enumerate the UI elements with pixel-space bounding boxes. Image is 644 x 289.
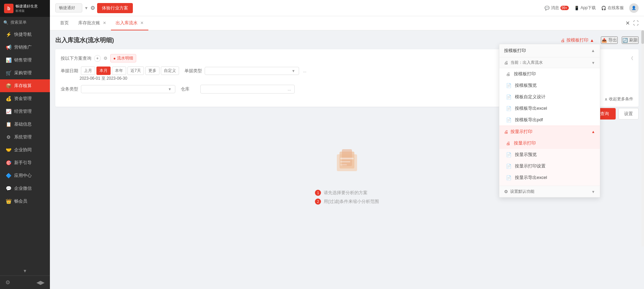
svg-rect-5 xyxy=(340,164,347,165)
filter-add-button[interactable]: + xyxy=(94,55,101,62)
header-username[interactable]: 畅捷通好 xyxy=(55,3,82,12)
chevron-up-icon: ▲ xyxy=(590,38,594,43)
dropdown-item-template-preview[interactable]: 按模板预览 xyxy=(499,80,600,91)
sidebar-item-label: 采购管理 xyxy=(14,70,32,76)
sidebar-item-purchase[interactable]: 🛒 采购管理 xyxy=(0,67,50,79)
sidebar-item-marketing[interactable]: 📢 营销推广 xyxy=(0,41,50,54)
tab-batch-account[interactable]: 库存批次账 ✕ xyxy=(74,16,111,30)
step-1-num: 1 xyxy=(315,190,321,196)
sidebar-item-finance[interactable]: 💰 资金管理 xyxy=(0,92,50,105)
sidebar-item-basic[interactable]: 📋 基础信息 xyxy=(0,118,50,131)
dropdown-item-display-preview[interactable]: 按显示预览 xyxy=(499,149,600,160)
sidebar-item-quick-nav[interactable]: ⚡ 快捷导航 xyxy=(0,28,50,41)
set-button[interactable]: 设置 xyxy=(618,108,639,120)
sidebar-item-member[interactable]: 👑 畅会员 xyxy=(0,195,50,208)
template-design-icon xyxy=(506,94,511,100)
biz-type-select[interactable]: ▼ xyxy=(81,85,175,93)
dropdown-item-template-export-pdf[interactable]: 按模板导出pdf xyxy=(499,114,600,126)
display-preview-label: 按显示预览 xyxy=(515,152,537,158)
header-dropdown-icon[interactable]: ▼ xyxy=(84,6,88,10)
tab-batch-close-icon[interactable]: ✕ xyxy=(103,21,106,25)
dropdown-item-template-print[interactable]: 按模板打印 xyxy=(499,68,600,80)
voucher-type-label: 单据类型 xyxy=(184,68,202,74)
warehouse-more[interactable]: ... xyxy=(288,87,291,91)
date-btn-more[interactable]: 更多 xyxy=(145,67,159,75)
tab-flow-close-icon[interactable]: ✕ xyxy=(140,21,144,25)
empty-illustration xyxy=(330,144,364,184)
header-settings-icon[interactable]: ⚙ xyxy=(90,5,95,11)
dropdown-item-display-export-pdf[interactable]: 按显示导出pdf xyxy=(499,183,600,186)
tab-batch-account-label: 库存批次账 xyxy=(78,20,100,26)
template-print-icon xyxy=(506,71,510,77)
app-download-item[interactable]: 📱 App下载 xyxy=(574,5,596,11)
header-user-area: 畅捷通好 ▼ ⚙ 体验行业方案 xyxy=(55,3,541,13)
sidebar-item-label: 系统管理 xyxy=(14,134,32,140)
dropdown-item-display-export-excel[interactable]: 按显示导出excel xyxy=(499,172,600,183)
voucher-type-select[interactable]: ▼ xyxy=(205,67,299,75)
online-service-item[interactable]: 🎧 在线客服 xyxy=(601,5,624,11)
dropdown-scroll-area: 🖨 当前：出入库流水 ▼ 按模板打印 按模板预览 模板自定义设计 按模板导出ex… xyxy=(499,57,600,186)
date-btn-7days[interactable]: 近7天 xyxy=(127,67,144,75)
wechat-icon: 💬 xyxy=(5,185,11,191)
sidebar-item-app-center[interactable]: 🔷 应用中心 xyxy=(0,169,50,182)
export-button[interactable]: 📤 导出 xyxy=(601,36,618,44)
sidebar-item-newbie[interactable]: 🎯 新手引导 xyxy=(0,156,50,169)
print-template-button[interactable]: 🖨 按模板打印 ▲ xyxy=(558,36,597,45)
voucher-type-more[interactable]: ... xyxy=(303,69,306,73)
sidebar-item-label: 基础信息 xyxy=(14,121,32,127)
date-btn-this-year[interactable]: 本年 xyxy=(112,67,126,75)
filter-settings-icon[interactable]: ⚙ xyxy=(104,56,108,61)
dropdown-item-template-design[interactable]: 模板自定义设计 xyxy=(499,91,600,103)
sidebar-item-enterprise[interactable]: 🤝 企业协同 xyxy=(0,143,50,156)
dropdown-header-arrow-icon[interactable]: ▲ xyxy=(591,48,595,53)
sidebar-item-label: 新手引导 xyxy=(14,160,32,166)
date-btn-custom[interactable]: 自定义 xyxy=(161,67,179,75)
date-btn-this-month[interactable]: 本月 xyxy=(96,67,111,75)
collapse-icon[interactable]: ◀▶ xyxy=(36,279,45,286)
date-btn-last-month[interactable]: 上月 xyxy=(81,67,95,75)
app-subtitle: 标准版 xyxy=(16,9,38,13)
marketing-icon: 📢 xyxy=(5,44,11,50)
scrollbar-thumb[interactable] xyxy=(641,30,644,44)
sidebar-item-label: 应用中心 xyxy=(14,173,32,179)
sidebar-scroll-down[interactable]: ▼ xyxy=(0,266,50,275)
chevron-up-icon: ∧ xyxy=(605,97,608,102)
trial-button[interactable]: 体验行业方案 xyxy=(97,3,133,13)
headset-icon: 🎧 xyxy=(601,6,606,10)
sidebar-item-system[interactable]: ⚙ 系统管理 xyxy=(0,131,50,143)
date-label: 单据日期 xyxy=(61,68,78,74)
filter-active-tag[interactable]: ● 流水明细 xyxy=(110,54,136,62)
dropdown-header: 按模板打印 ▲ xyxy=(499,44,600,57)
export-icon: 📤 xyxy=(602,38,607,43)
warehouse-label: 仓库 xyxy=(181,86,198,92)
dropdown-item-template-export-excel[interactable]: 按模板导出excel xyxy=(499,103,600,114)
sidebar-item-sales[interactable]: 📊 销售管理 xyxy=(0,54,50,67)
sidebar-search[interactable]: 🔍 搜索菜单 xyxy=(0,17,50,28)
template-design-label: 模板自定义设计 xyxy=(515,94,546,100)
sidebar-item-operation[interactable]: 📈 经营管理 xyxy=(0,105,50,118)
tab-home[interactable]: 首页 xyxy=(55,16,74,30)
avatar[interactable]: 👤 xyxy=(629,3,639,13)
tab-fullscreen-icon[interactable]: ⛶ xyxy=(633,20,639,26)
sidebar-item-inventory[interactable]: 📦 库存核算 xyxy=(0,79,50,92)
dropdown-item-display-print[interactable]: 按显示打印 xyxy=(499,137,600,149)
collapse-button[interactable]: ∧ 收起更多条件 xyxy=(605,96,633,102)
filter-collapse-icon[interactable]: 《 xyxy=(629,55,633,61)
filter-label: 按以下方案查询 xyxy=(61,55,91,61)
search-label: 搜索菜单 xyxy=(10,20,27,25)
dropdown-item-display-print-settings[interactable]: 按显示打印设置 xyxy=(499,160,600,172)
tab-flow[interactable]: 出入库流水 ✕ xyxy=(111,16,148,30)
settings-icon[interactable]: ⚙ xyxy=(5,279,10,286)
warehouse-select[interactable]: ... xyxy=(200,85,295,94)
dropdown-footer-label[interactable]: 设置默认功能 xyxy=(510,189,534,194)
template-pdf-label: 按模板导出pdf xyxy=(515,117,543,123)
sidebar-item-wechat[interactable]: 💬 企业微信 xyxy=(0,182,50,195)
basic-icon: 📋 xyxy=(5,121,11,127)
refresh-button[interactable]: 🔄 刷新 xyxy=(622,36,639,44)
display-excel-label: 按显示导出excel xyxy=(515,175,547,181)
display-excel-icon xyxy=(506,175,511,180)
display-print-settings-label: 按显示打印设置 xyxy=(515,163,546,169)
dropdown-footer-arrow-icon[interactable]: ▼ xyxy=(591,190,595,194)
message-item[interactable]: 💬 消息 99+ xyxy=(545,5,569,11)
tab-close-all-icon[interactable]: ✕ xyxy=(625,20,630,26)
